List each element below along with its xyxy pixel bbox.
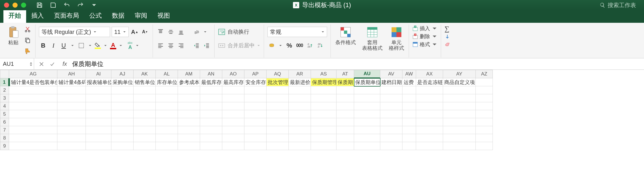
number-format-dropdown[interactable]: 常规 — [267, 27, 327, 37]
cell-AT3[interactable] — [336, 94, 354, 102]
select-all-corner[interactable] — [0, 70, 9, 78]
cell-AN9[interactable] — [200, 142, 222, 150]
tab-insert[interactable]: 插入 — [26, 9, 49, 23]
cell-AG5[interactable] — [9, 110, 57, 118]
cancel-icon[interactable] — [39, 61, 44, 67]
cell-styles-button[interactable]: 单元 格样式 — [388, 25, 405, 52]
column-header-AU[interactable]: AU — [354, 70, 380, 78]
cell-AP2[interactable] — [244, 86, 267, 94]
autosum-button[interactable]: ∑ — [444, 25, 450, 33]
cell-AN3[interactable] — [200, 94, 222, 102]
font-color-dropdown-icon[interactable] — [118, 43, 124, 48]
cell-AT8[interactable] — [336, 134, 354, 142]
cell-AN7[interactable] — [200, 126, 222, 134]
insert-cells-button[interactable]: 插入 — [412, 25, 437, 32]
column-header-AV[interactable]: AV — [380, 70, 402, 78]
align-left-icon[interactable] — [156, 41, 165, 50]
cell-AI8[interactable] — [86, 134, 111, 142]
cell-AM1[interactable]: 参考成本 — [178, 78, 200, 86]
cell-AX8[interactable] — [416, 134, 443, 142]
cell-AO7[interactable] — [222, 126, 244, 134]
cell-AU3[interactable] — [354, 94, 380, 102]
cell-AO8[interactable] — [222, 134, 244, 142]
cell-AV6[interactable] — [380, 118, 402, 126]
cell-AO9[interactable] — [222, 142, 244, 150]
cell-AZ4[interactable] — [476, 102, 493, 110]
cell-AJ2[interactable] — [111, 86, 134, 94]
currency-dropdown-icon[interactable] — [278, 43, 283, 48]
cell-AK6[interactable] — [134, 118, 156, 126]
cell-AT2[interactable] — [336, 86, 354, 94]
redo-icon[interactable] — [76, 1, 85, 9]
cell-AW5[interactable] — [402, 110, 416, 118]
fx-label[interactable]: fx — [60, 61, 70, 67]
align-middle-icon[interactable] — [167, 28, 175, 36]
cell-AI5[interactable] — [86, 110, 111, 118]
cell-AQ4[interactable] — [267, 102, 289, 110]
border-icon[interactable] — [77, 41, 86, 50]
cell-AZ2[interactable] — [476, 86, 493, 94]
search-box[interactable]: 搜索工作表 — [600, 1, 644, 9]
undo-icon[interactable] — [63, 1, 71, 9]
align-right-icon[interactable] — [177, 41, 185, 50]
cell-AO1[interactable]: 最高库存 — [222, 78, 244, 86]
cell-AZ1[interactable] — [476, 78, 493, 86]
cell-AP7[interactable] — [244, 126, 267, 134]
clear-button[interactable] — [444, 41, 450, 46]
cell-AP8[interactable] — [244, 134, 267, 142]
row-header-6[interactable]: 6 — [0, 118, 9, 126]
orientation-dropdown-icon[interactable] — [202, 29, 208, 35]
column-header-AK[interactable]: AK — [134, 70, 156, 78]
cell-AK5[interactable] — [134, 110, 156, 118]
cell-AJ6[interactable] — [111, 118, 134, 126]
save-as-icon[interactable] — [49, 1, 57, 9]
row-header-3[interactable]: 3 — [0, 94, 9, 102]
cell-AO3[interactable] — [222, 94, 244, 102]
cell-AX5[interactable] — [416, 110, 443, 118]
cell-AX2[interactable] — [416, 86, 443, 94]
cell-AK8[interactable] — [134, 134, 156, 142]
column-header-AL[interactable]: AL — [156, 70, 178, 78]
name-box[interactable]: AU1 — [0, 58, 34, 69]
font-color-icon[interactable]: A — [110, 42, 116, 49]
cell-AQ7[interactable] — [267, 126, 289, 134]
cell-AX9[interactable] — [416, 142, 443, 150]
cell-AH5[interactable] — [57, 110, 86, 118]
cell-AL8[interactable] — [156, 134, 178, 142]
cell-AW8[interactable] — [402, 134, 416, 142]
cell-AI2[interactable] — [86, 86, 111, 94]
cell-AQ2[interactable] — [267, 86, 289, 94]
cell-AW4[interactable] — [402, 102, 416, 110]
cell-AX7[interactable] — [416, 126, 443, 134]
cell-AN4[interactable] — [200, 102, 222, 110]
cell-AP1[interactable]: 安全库存 — [244, 78, 267, 86]
cell-AS4[interactable] — [311, 102, 336, 110]
fill-color-icon[interactable] — [95, 42, 101, 49]
cell-AH1[interactable]: 辅计量4条码 — [57, 78, 86, 86]
cell-AZ9[interactable] — [476, 142, 493, 150]
align-bottom-icon[interactable] — [177, 28, 185, 36]
cell-AJ3[interactable] — [111, 94, 134, 102]
cell-AT7[interactable] — [336, 126, 354, 134]
cell-AU4[interactable] — [354, 102, 380, 110]
cell-AM9[interactable] — [178, 142, 200, 150]
font-size-dropdown[interactable]: 11 — [112, 27, 129, 37]
cell-AS3[interactable] — [311, 94, 336, 102]
formula-input[interactable] — [70, 60, 644, 68]
cell-AU1[interactable]: 保质期单位 — [354, 78, 380, 86]
cell-AL1[interactable]: 库存单位 — [156, 78, 178, 86]
row-header-7[interactable]: 7 — [0, 126, 9, 134]
column-header-AP[interactable]: AP — [244, 70, 267, 78]
cell-AR1[interactable]: 最新进价 — [289, 78, 311, 86]
tab-data[interactable]: 数据 — [107, 9, 130, 23]
cell-AU9[interactable] — [354, 142, 380, 150]
cell-AM5[interactable] — [178, 110, 200, 118]
cell-AM4[interactable] — [178, 102, 200, 110]
underline-dropdown-icon[interactable] — [70, 43, 75, 48]
cell-AY9[interactable] — [443, 142, 476, 150]
maximize-window-icon[interactable] — [21, 3, 26, 8]
row-header-8[interactable]: 8 — [0, 134, 9, 142]
align-top-icon[interactable] — [156, 28, 165, 36]
italic-icon[interactable]: I — [49, 41, 58, 50]
cell-AS8[interactable] — [311, 134, 336, 142]
